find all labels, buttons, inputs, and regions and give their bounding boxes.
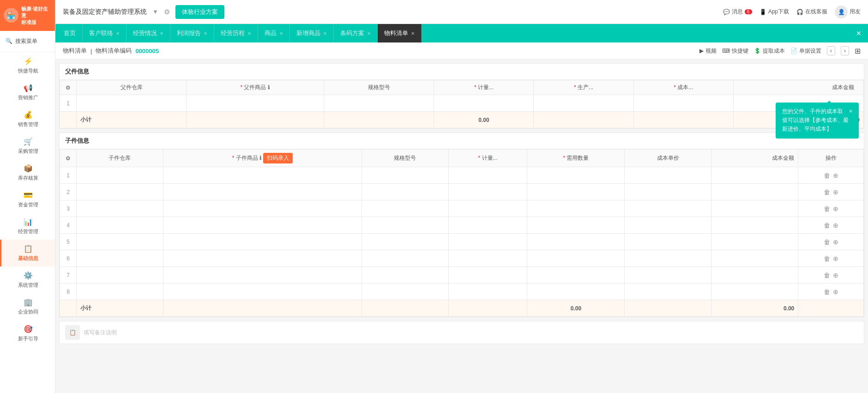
prev-page-icon[interactable]: ‹ <box>827 46 835 55</box>
tab-close-bom[interactable]: ✕ <box>411 31 415 36</box>
child-col-warehouse: 子件仓库 <box>77 150 163 167</box>
child-table-row-7: 7 🗑 ⊕ <box>60 267 864 284</box>
next-page-icon[interactable]: › <box>841 46 849 55</box>
sidebar-item-quick-nav[interactable]: ⚡ 快捷导航 <box>0 52 55 79</box>
delete-icon-row-6[interactable]: 🗑 <box>824 255 830 262</box>
sidebar-search[interactable]: 🔍 搜索菜单 <box>0 31 55 52</box>
sidebar-item-system[interactable]: ⚙️ 系统管理 <box>0 266 55 293</box>
tab-close-operations[interactable]: ✕ <box>160 31 163 36</box>
child-table-row-3: 3 🗑 ⊕ <box>60 200 864 217</box>
marketing-icon: 📢 <box>24 84 33 92</box>
message-button[interactable]: 💬 消息 6 <box>723 8 752 16</box>
delete-icon-row-3[interactable]: 🗑 <box>824 205 830 212</box>
sidebar-item-marketing[interactable]: 📢 营销推广 <box>0 79 55 106</box>
sidebar-item-purchase[interactable]: 🛒 采购管理 <box>0 133 55 159</box>
trial-button[interactable]: 体验行业方案 <box>175 5 224 19</box>
topbar: 装备及固定资产辅助管理系统 ▼ ⚙ 体验行业方案 💬 消息 6 📱 App下载 … <box>55 0 868 24</box>
note-placeholder[interactable]: 填写备注说明 <box>84 329 117 337</box>
main-area: 装备及固定资产辅助管理系统 ▼ ⚙ 体验行业方案 💬 消息 6 📱 App下载 … <box>55 0 868 393</box>
parent-col-warehouse: 父件仓库 <box>77 80 187 95</box>
tab-close-goods[interactable]: ✕ <box>279 31 283 36</box>
online-service-button[interactable]: 🎧 在线客服 <box>796 8 827 16</box>
app-logo: 🏪 畅康·诸好生意 标准版 <box>0 0 55 31</box>
search-menu-button[interactable]: 🔍 搜索菜单 <box>4 35 51 48</box>
sidebar-item-enterprise[interactable]: 🏢 企业协同 <box>0 293 55 320</box>
tab-close-barcode[interactable]: ✕ <box>367 31 371 36</box>
view-action[interactable]: ▶ 视频 <box>699 47 717 55</box>
content-area: 物料清单 | 物料清单编码 0000005 ▶ 视频 ⌨ 快捷键 💲 提取成本 … <box>55 42 868 393</box>
tab-close-history[interactable]: ✕ <box>247 31 251 36</box>
parent-col-unit: * 计量... <box>434 80 534 95</box>
grid-view-icon[interactable]: ⊞ <box>855 47 861 55</box>
parent-col-production: * 生产... <box>534 80 633 95</box>
tab-operations[interactable]: 经营情况 ✕ <box>127 24 170 42</box>
tab-home[interactable]: 首页 <box>57 24 83 42</box>
bottom-section: 📋 填写备注说明 <box>59 321 864 344</box>
system-title: 装备及固定资产辅助管理系统 <box>63 8 147 16</box>
tab-goods[interactable]: 商品 ✕ <box>258 24 290 42</box>
child-table: ⚙ 子件仓库 * 子件商品 ℹ 扫码录入 规格型号 * 计量... * 需用数量… <box>60 149 864 317</box>
sidebar-item-sales[interactable]: 💰 销售管理 <box>0 106 55 133</box>
keyboard-icon: ⌨ <box>722 48 730 54</box>
dropdown-arrow-icon[interactable]: ▼ <box>152 8 158 15</box>
delete-icon-row-2[interactable]: 🗑 <box>824 188 830 196</box>
delete-icon-row-8[interactable]: 🗑 <box>824 288 830 296</box>
copy-icon-row-4[interactable]: ⊕ <box>833 222 838 229</box>
tab-close-profit[interactable]: ✕ <box>204 31 207 36</box>
get-cost-action[interactable]: 💲 提取成本 <box>754 47 785 55</box>
scan-button[interactable]: 扫码录入 <box>263 153 293 163</box>
tab-bom[interactable]: 物料清单 ✕ <box>378 24 422 42</box>
copy-icon-row-6[interactable]: ⊕ <box>833 255 838 262</box>
delete-icon-row-5[interactable]: 🗑 <box>824 238 830 246</box>
delete-icon-row-4[interactable]: 🗑 <box>824 222 830 229</box>
child-subtotal-row: 小计 0.00 0.00 <box>60 300 864 317</box>
settings-icon[interactable]: ⚙ <box>164 8 170 16</box>
copy-icon-row-2[interactable]: ⊕ <box>833 188 838 196</box>
tab-customer[interactable]: 客户联络 ✕ <box>83 24 127 42</box>
single-settings-action[interactable]: 📄 单据设置 <box>790 47 821 55</box>
sidebar-item-inventory[interactable]: 📦 库存核算 <box>0 159 55 186</box>
parent-col-settings[interactable]: ⚙ <box>60 80 77 95</box>
page-code: 0000005 <box>135 48 159 54</box>
user-menu[interactable]: 👤 用友 <box>835 6 861 18</box>
child-col-qty: * 需用数量 <box>527 150 625 167</box>
sidebar-item-finance[interactable]: 💳 资金管理 <box>0 186 55 213</box>
sidebar-item-operations[interactable]: 📊 经营管理 <box>0 213 55 240</box>
parent-table-row-1: 1 <box>60 95 864 112</box>
copy-icon-row-5[interactable]: ⊕ <box>833 238 838 246</box>
copy-icon-row-3[interactable]: ⊕ <box>833 205 838 212</box>
breadcrumb-main: 物料清单 <box>63 47 87 55</box>
child-col-action: 操作 <box>798 150 864 167</box>
topbar-right: 💬 消息 6 📱 App下载 🎧 在线客服 👤 用友 <box>723 6 861 18</box>
sidebar-item-basic[interactable]: 📋 基础信息 <box>0 240 55 266</box>
child-col-settings[interactable]: ⚙ <box>60 150 77 167</box>
sidebar-item-guide[interactable]: 🎯 新手引导 <box>0 320 55 347</box>
note-icon: 📋 <box>65 325 80 340</box>
copy-icon-row-1[interactable]: ⊕ <box>833 172 838 179</box>
copy-icon-row-7[interactable]: ⊕ <box>833 272 838 279</box>
tab-history[interactable]: 经营历程 ✕ <box>214 24 258 42</box>
parent-table: ⚙ 父件仓库 * 父件商品 ℹ 规格型号 * 计量 <box>60 80 864 128</box>
parent-col-cost: * 成本... <box>633 80 733 95</box>
tab-close-new-goods[interactable]: ✕ <box>323 31 327 36</box>
shortcut-action[interactable]: ⌨ 快捷键 <box>722 47 748 55</box>
tab-profit[interactable]: 利润报告 ✕ <box>170 24 214 42</box>
child-table-row-4: 4 🗑 ⊕ <box>60 217 864 234</box>
copy-icon-row-8[interactable]: ⊕ <box>833 288 838 296</box>
breadcrumb-code-label: 物料清单编码 <box>96 47 132 55</box>
tab-barcode[interactable]: 条码方案 ✕ <box>334 24 378 42</box>
page-actions: ▶ 视频 ⌨ 快捷键 💲 提取成本 📄 单据设置 ‹ › ⊞ <box>699 46 861 55</box>
child-section-title: 子件信息 <box>60 133 864 149</box>
child-table-row-2: 2 🗑 ⊕ <box>60 184 864 200</box>
tab-close-customer[interactable]: ✕ <box>116 31 120 36</box>
child-col-product: * 子件商品 ℹ 扫码录入 <box>163 150 362 167</box>
child-table-row-1: 1 🗑 ⊕ <box>60 167 864 184</box>
sales-icon: 💰 <box>24 110 33 119</box>
view-icon: ▶ <box>699 48 704 54</box>
delete-icon-row-1[interactable]: 🗑 <box>824 172 830 179</box>
close-all-tabs[interactable]: ✕ <box>851 30 866 37</box>
delete-icon-row-7[interactable]: 🗑 <box>824 272 830 279</box>
tab-new-goods[interactable]: 新增商品 ✕ <box>290 24 334 42</box>
tooltip-close-button[interactable]: × <box>849 107 852 116</box>
app-download-button[interactable]: 📱 App下载 <box>760 8 789 16</box>
